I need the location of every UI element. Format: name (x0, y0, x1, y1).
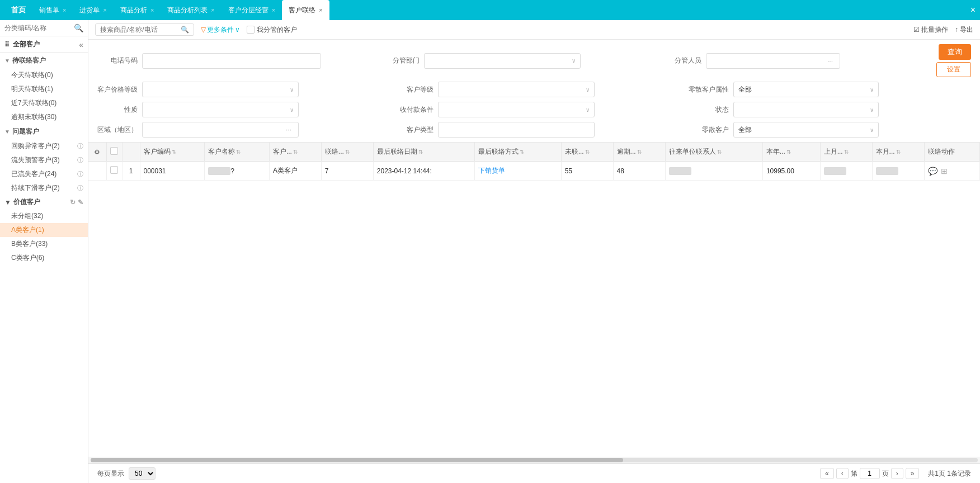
sidebar-item-overdue[interactable]: 逾期未联络(30) (0, 110, 88, 124)
row-no-contact: 55 (561, 162, 613, 181)
price-level-select[interactable]: ∨ (142, 82, 299, 97)
customer-type-select[interactable] (438, 122, 595, 138)
payment-terms-select[interactable]: ∨ (438, 102, 595, 117)
gear-icon[interactable]: ⚙ (94, 148, 100, 156)
close-purchase-tab[interactable]: × (103, 7, 106, 13)
next-page-button[interactable]: › (891, 468, 903, 479)
edit-icon[interactable]: ✎ (78, 198, 83, 206)
sort-icon[interactable]: ⇅ (520, 149, 524, 155)
page-number-input[interactable] (860, 468, 880, 479)
more-dots-icon[interactable]: ··· (825, 57, 835, 65)
tab-goods-analysis[interactable]: 商品分析 × (114, 0, 161, 20)
my-customers-check[interactable] (247, 26, 255, 34)
sort-icon[interactable]: ⇅ (786, 149, 791, 155)
name-col-header[interactable]: 客户名称 ⇅ (205, 143, 270, 162)
staff-select[interactable]: ··· (706, 53, 840, 69)
row-select-checkbox[interactable] (110, 166, 118, 174)
search-input[interactable] (100, 26, 178, 34)
chat-icon[interactable]: 💬 (928, 167, 937, 176)
sidebar-item-churn-warning[interactable]: 流失预警客户(3) ⓘ (0, 153, 88, 167)
company-contact-col-header[interactable]: 往来单位联系人 ⇅ (665, 143, 762, 162)
department-select[interactable]: ∨ (424, 53, 581, 69)
sidebar-search-icon[interactable]: 🔍 (74, 23, 83, 32)
sort-icon[interactable]: ⇅ (345, 149, 350, 155)
row-checkbox[interactable] (106, 162, 122, 181)
sidebar-collapse-button[interactable]: « (79, 40, 83, 49)
no-contact-col-header[interactable]: 未联... ⇅ (561, 143, 613, 162)
settings-col-header[interactable]: ⚙ (88, 143, 106, 162)
tab-goods-list[interactable]: 商品分析列表 × (161, 0, 221, 20)
sidebar-item-tomorrow[interactable]: 明天待联络(1) (0, 82, 88, 96)
last-contact-method-link[interactable]: 下销货单 (478, 167, 505, 174)
scrollbar-track[interactable] (91, 458, 978, 462)
nature-select[interactable]: ∨ (142, 102, 299, 117)
refresh-icon[interactable]: ↻ (70, 198, 76, 206)
sort-icon[interactable]: ⇅ (844, 149, 849, 155)
pending-contact-title[interactable]: ▼ 待联络客户 (0, 53, 88, 68)
qr-icon[interactable]: ⊞ (941, 167, 948, 176)
sort-icon[interactable]: ⇅ (585, 149, 590, 155)
close-goods-list-tab[interactable]: × (211, 7, 214, 13)
sort-icon[interactable]: ⇅ (172, 149, 176, 155)
page-size-select[interactable]: 50 (129, 467, 156, 480)
status-select[interactable]: ∨ (733, 102, 879, 117)
row-last-contact-method[interactable]: 下销货单 (474, 162, 561, 181)
sidebar-item-c-class[interactable]: C类客户(6) (0, 251, 88, 265)
retail-attr-select[interactable]: 全部 ∨ (733, 82, 879, 97)
search-icon[interactable]: 🔍 (181, 26, 189, 34)
sidebar-item-ungrouped[interactable]: 未分组(32) (0, 209, 88, 223)
my-customers-checkbox[interactable]: 我分管的客户 (247, 25, 297, 35)
sort-icon[interactable]: ⇅ (293, 149, 298, 155)
problem-customer-title[interactable]: ▼ 问题客户 (0, 124, 88, 139)
retail-customer-select[interactable]: 全部 ∨ (733, 122, 879, 138)
sort-icon[interactable]: ⇅ (717, 149, 722, 155)
last-contact-method-col-header[interactable]: 最后联络方式 ⇅ (474, 143, 561, 162)
tab-customer-layer[interactable]: 客户分层经营 × (222, 0, 282, 20)
scrollbar-thumb[interactable] (91, 458, 623, 462)
select-all-checkbox[interactable] (110, 147, 118, 155)
tab-home[interactable]: 首页 (4, 0, 32, 20)
sort-icon[interactable]: ⇅ (637, 149, 642, 155)
tab-sales[interactable]: 销售单 × (32, 0, 73, 20)
contact-count-col-header[interactable]: 联络... ⇅ (321, 143, 373, 162)
close-sales-tab[interactable]: × (63, 7, 66, 13)
sort-icon[interactable]: ⇅ (896, 149, 901, 155)
sort-icon[interactable]: ⇅ (418, 149, 423, 155)
more-conditions-button[interactable]: ▽ 更多条件 ∨ (201, 25, 240, 35)
sidebar-search-input[interactable] (4, 24, 72, 32)
sort-icon[interactable]: ⇅ (236, 149, 241, 155)
close-all-button[interactable]: × (970, 5, 976, 15)
sidebar-item-declining[interactable]: 持续下滑客户(2) ⓘ (0, 181, 88, 195)
sidebar-item-b-class[interactable]: B类客户(33) (0, 237, 88, 251)
export-button[interactable]: ↑ 导出 (955, 25, 973, 35)
prev-page-button[interactable]: ‹ (836, 468, 849, 479)
first-page-button[interactable]: « (820, 468, 834, 479)
tab-customer-contact[interactable]: 客户联络 × (282, 0, 329, 20)
region-select[interactable]: ··· (142, 122, 299, 138)
sidebar-item-today[interactable]: 今天待联络(0) (0, 68, 88, 82)
checkbox-col-header[interactable] (106, 143, 122, 162)
customer-level-select[interactable]: ∨ (438, 82, 595, 97)
close-customer-contact-tab[interactable]: × (319, 7, 322, 13)
query-button[interactable]: 查询 (939, 44, 971, 60)
last-contact-date-col-header[interactable]: 最后联络日期 ⇅ (373, 143, 474, 162)
customertype-col-header[interactable]: 客户... ⇅ (269, 143, 321, 162)
sidebar-item-7days[interactable]: 近7天待联络(0) (0, 96, 88, 110)
batch-operation-button[interactable]: ☑ 批量操作 (913, 25, 948, 35)
horizontal-scrollbar[interactable] (88, 457, 980, 463)
overdue-col-header[interactable]: 逾期... ⇅ (613, 143, 665, 162)
this-year-col-header[interactable]: 本年... ⇅ (762, 143, 820, 162)
this-month-col-header[interactable]: 本月... ⇅ (872, 143, 924, 162)
last-page-button[interactable]: » (906, 468, 920, 479)
code-col-header[interactable]: 客户编码 ⇅ (140, 143, 205, 162)
more-dots-icon[interactable]: ··· (284, 126, 294, 134)
last-month-col-header[interactable]: 上月... ⇅ (820, 143, 872, 162)
tab-purchase[interactable]: 进货单 × (73, 0, 113, 20)
sidebar-item-a-class[interactable]: A类客户(1) (0, 223, 88, 237)
sidebar-item-repurchase-abnormal[interactable]: 回购异常客户(2) ⓘ (0, 139, 88, 153)
sidebar-item-churned[interactable]: 已流失客户(24) ⓘ (0, 167, 88, 181)
settings-button[interactable]: 设置 (936, 62, 971, 77)
close-customer-layer-tab[interactable]: × (272, 7, 275, 13)
phone-input[interactable] (142, 53, 321, 69)
close-goods-analysis-tab[interactable]: × (150, 7, 154, 13)
